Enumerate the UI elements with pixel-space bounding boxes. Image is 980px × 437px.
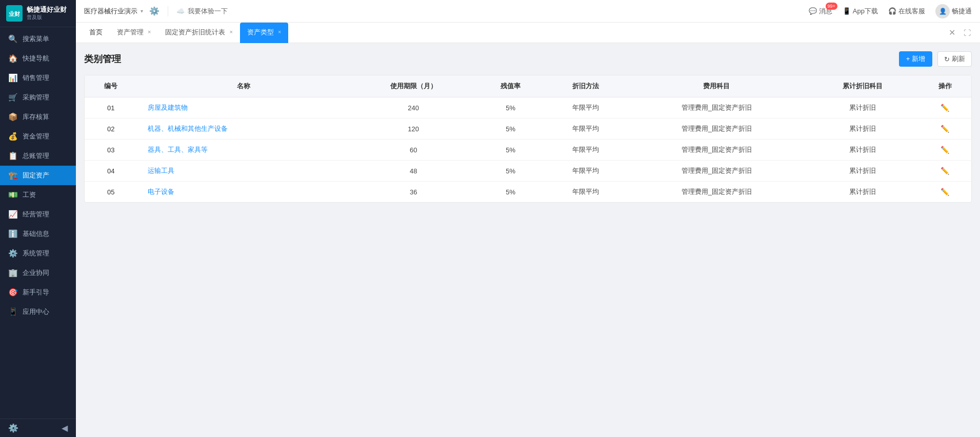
cell-accumulated-4: 累计折旧 xyxy=(807,182,919,203)
cell-name-0[interactable]: 房屋及建筑物 xyxy=(137,97,350,118)
page-actions: + 新增 ↻ 刷新 xyxy=(899,51,972,67)
sidebar-label-guide: 新手引导 xyxy=(23,288,49,297)
tab-asset-type-close[interactable]: × xyxy=(278,29,281,35)
sidebar-label-fixed-assets: 固定资产 xyxy=(23,171,49,180)
cell-operation-3[interactable]: ✏️ xyxy=(918,161,971,182)
col-period: 使用期限（月） xyxy=(350,75,477,97)
sidebar-item-basic-info[interactable]: ℹ️ 基础信息 xyxy=(0,224,76,244)
sidebar-label-purchase: 采购管理 xyxy=(23,93,49,102)
tab-asset-management[interactable]: 资产管理 × xyxy=(110,23,158,43)
tab-depreciation-stats[interactable]: 固定资产折旧统计表 × xyxy=(158,23,239,43)
basic-info-icon: ℹ️ xyxy=(8,229,17,239)
edit-icon-2[interactable]: ✏️ xyxy=(941,146,949,154)
cell-operation-1[interactable]: ✏️ xyxy=(918,118,971,140)
refresh-button[interactable]: ↻ 刷新 xyxy=(937,51,972,67)
avatar: 👤 xyxy=(935,4,950,18)
topbar-right: 💬 消息 99+ 📱 App下载 🎧 在线客服 👤 畅捷通 xyxy=(809,4,972,18)
sidebar-nav: 🔍 搜索菜单 🏠 快捷导航 📊 销售管理 🛒 采购管理 📦 库存核算 💰 资金管… xyxy=(0,27,76,419)
table-header-row: 编号 名称 使用期限（月） 残值率 折旧方法 费用科目 累计折旧科目 操作 xyxy=(85,75,971,97)
tab-asset-management-close[interactable]: × xyxy=(148,29,151,35)
sidebar-item-system[interactable]: ⚙️ 系统管理 xyxy=(0,244,76,263)
app-download-btn[interactable]: 📱 App下载 xyxy=(843,7,878,16)
cell-accumulated-0: 累计折旧 xyxy=(807,97,919,118)
experience-btn[interactable]: ☁️ 我要体验一下 xyxy=(176,7,228,16)
col-residual: 残值率 xyxy=(477,75,545,97)
cell-operation-4[interactable]: ✏️ xyxy=(918,182,971,203)
company-selector[interactable]: 医疗器械行业演示 ▾ xyxy=(84,7,143,16)
cell-expense-3: 管理费用_固定资产折旧 xyxy=(627,161,807,182)
app-title: 畅捷通好业财 xyxy=(27,6,67,14)
new-button[interactable]: + 新增 xyxy=(899,51,932,67)
edit-icon-3[interactable]: ✏️ xyxy=(941,167,949,175)
edit-icon-1[interactable]: ✏️ xyxy=(941,125,949,133)
app-center-icon: 📱 xyxy=(8,307,17,316)
sidebar-item-search[interactable]: 🔍 搜索菜单 xyxy=(0,29,76,49)
sidebar-item-capital[interactable]: 💰 资金管理 xyxy=(0,127,76,146)
table-container: 编号 名称 使用期限（月） 残值率 折旧方法 费用科目 累计折旧科目 操作 01… xyxy=(84,75,972,203)
app-edition: 普及版 xyxy=(27,14,67,21)
tab-asset-management-label: 资产管理 xyxy=(117,28,144,37)
sidebar-label-inventory: 库存核算 xyxy=(23,112,49,122)
col-accumulated: 累计折旧科目 xyxy=(807,75,919,97)
tab-asset-type[interactable]: 资产类型 × xyxy=(240,23,288,43)
sidebar-item-guide[interactable]: 🎯 新手引导 xyxy=(0,283,76,302)
chevron-down-icon: ▾ xyxy=(141,8,143,14)
user-btn[interactable]: 👤 畅捷通 xyxy=(935,4,972,18)
search-icon: 🔍 xyxy=(8,34,17,44)
headset-icon: 🎧 xyxy=(888,7,896,15)
settings-icon[interactable]: ⚙️ xyxy=(149,6,159,16)
settings-footer-icon[interactable]: ⚙️ xyxy=(8,423,18,433)
col-method: 折旧方法 xyxy=(545,75,627,97)
sidebar-item-payroll[interactable]: 💵 工资 xyxy=(0,185,76,205)
refresh-label: 刷新 xyxy=(952,54,965,64)
edit-icon-0[interactable]: ✏️ xyxy=(941,104,949,112)
sidebar-item-sales[interactable]: 📊 销售管理 xyxy=(0,68,76,88)
cell-name-2[interactable]: 器具、工具、家具等 xyxy=(137,140,350,161)
message-btn[interactable]: 💬 消息 99+ xyxy=(809,7,832,16)
cell-name-3[interactable]: 运输工具 xyxy=(137,161,350,182)
sidebar-item-ledger[interactable]: 📋 总账管理 xyxy=(0,146,76,166)
cell-name-1[interactable]: 机器、机械和其他生产设备 xyxy=(137,118,350,140)
sidebar-item-inventory[interactable]: 📦 库存核算 xyxy=(0,107,76,127)
sidebar-item-enterprise[interactable]: 🏢 企业协同 xyxy=(0,263,76,283)
sidebar-item-operations[interactable]: 📈 经营管理 xyxy=(0,205,76,224)
sidebar-label-app-center: 应用中心 xyxy=(23,307,49,316)
cell-period-4: 36 xyxy=(350,182,477,203)
cell-method-4: 年限平均 xyxy=(545,182,627,203)
cell-code-1: 02 xyxy=(85,118,137,140)
sidebar-item-quick-nav[interactable]: 🏠 快捷导航 xyxy=(0,49,76,68)
tab-depreciation-stats-label: 固定资产折旧统计表 xyxy=(165,28,225,37)
message-icon: 💬 xyxy=(809,7,817,15)
cell-residual-4: 5% xyxy=(477,182,545,203)
tabs-bar: 首页 资产管理 × 固定资产折旧统计表 × 资产类型 × ✕ ⛶ xyxy=(76,23,980,43)
cell-expense-2: 管理费用_固定资产折旧 xyxy=(627,140,807,161)
sidebar-item-purchase[interactable]: 🛒 采购管理 xyxy=(0,88,76,107)
edit-icon-4[interactable]: ✏️ xyxy=(941,188,949,196)
toggle-sidebar-icon[interactable]: ◀ xyxy=(62,423,68,433)
system-icon: ⚙️ xyxy=(8,249,17,258)
cell-operation-0[interactable]: ✏️ xyxy=(918,97,971,118)
sidebar-item-fixed-assets[interactable]: 🏗️ 固定资产 xyxy=(0,166,76,185)
home-icon: 🏠 xyxy=(8,54,17,63)
sidebar: 业财 畅捷通好业财 普及版 🔍 搜索菜单 🏠 快捷导航 📊 销售管理 🛒 采购管… xyxy=(0,0,76,437)
payroll-icon: 💵 xyxy=(8,190,17,200)
cell-accumulated-3: 累计折旧 xyxy=(807,161,919,182)
tab-home-label: 首页 xyxy=(89,28,103,37)
cell-operation-2[interactable]: ✏️ xyxy=(918,140,971,161)
cell-name-4[interactable]: 电子设备 xyxy=(137,182,350,203)
online-support-btn[interactable]: 🎧 在线客服 xyxy=(888,7,925,16)
app-logo: 业财 xyxy=(6,5,23,22)
sidebar-item-app-center[interactable]: 📱 应用中心 xyxy=(0,302,76,322)
cell-code-4: 05 xyxy=(85,182,137,203)
close-window-btn[interactable]: ✕ xyxy=(946,28,958,37)
cell-accumulated-1: 累计折旧 xyxy=(807,118,919,140)
sidebar-label-enterprise: 企业协同 xyxy=(23,268,49,277)
cell-method-0: 年限平均 xyxy=(545,97,627,118)
col-expense: 费用科目 xyxy=(627,75,807,97)
tab-depreciation-stats-close[interactable]: × xyxy=(229,29,232,35)
maximize-window-btn[interactable]: ⛶ xyxy=(961,29,974,37)
tab-home[interactable]: 首页 xyxy=(82,23,110,43)
sidebar-label-quick-nav: 快捷导航 xyxy=(23,54,49,63)
cell-expense-0: 管理费用_固定资产折旧 xyxy=(627,97,807,118)
page-title: 类别管理 xyxy=(84,53,121,65)
